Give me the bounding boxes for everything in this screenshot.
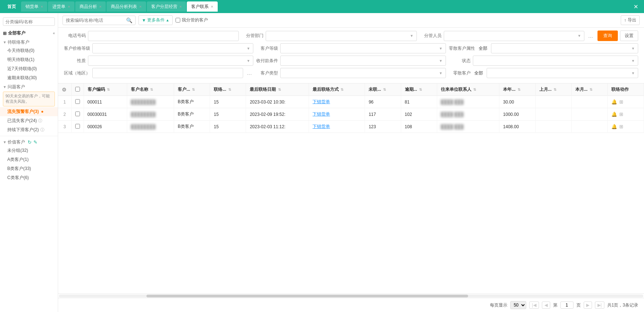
sort-code-icon[interactable]: ⇅: [107, 88, 110, 92]
sidebar-search-input[interactable]: [5, 19, 60, 24]
query-button[interactable]: 查询: [597, 31, 618, 41]
sort-name-icon[interactable]: ⇅: [150, 88, 153, 92]
sort-overdue-icon[interactable]: ⇅: [419, 88, 422, 92]
tab-customer-contact[interactable]: 客户联系 ×: [187, 1, 217, 12]
last-page-button[interactable]: ▶|: [595, 301, 604, 309]
sidebar-group-problem[interactable]: ▼ 问题客户: [0, 82, 58, 91]
filter-search-input[interactable]: [66, 18, 124, 23]
filter-search-button[interactable]: 🔍: [126, 17, 132, 23]
close-product-list-tab[interactable]: ×: [139, 4, 141, 9]
sort-curr-month-icon[interactable]: ⇅: [589, 88, 592, 92]
prev-page-button[interactable]: ◀: [542, 301, 550, 309]
row-checkbox-cell[interactable]: [71, 121, 84, 133]
close-customer-tier-tab[interactable]: ×: [180, 4, 182, 9]
close-customer-contact-tab[interactable]: ×: [211, 4, 213, 9]
filter-customer-type-select[interactable]: ▼: [280, 68, 446, 78]
row-last-date: 2023-03-02 10:30:: [246, 96, 309, 108]
sort-type-icon[interactable]: ⇅: [192, 88, 195, 92]
sort-year-icon[interactable]: ⇅: [518, 88, 520, 92]
refresh-icon[interactable]: ↻: [28, 139, 32, 145]
sidebar-item-ungrouped[interactable]: 未分组(32): [0, 146, 58, 155]
checkbox-col-header[interactable]: [71, 84, 84, 96]
next-page-button[interactable]: ▶: [584, 301, 592, 309]
row-checkbox[interactable]: [75, 99, 80, 104]
filter-zero-attr-select[interactable]: ▼: [491, 43, 638, 53]
filter-customer-level-select[interactable]: ▼: [280, 43, 446, 53]
row-checkbox-cell[interactable]: [71, 96, 84, 108]
horizontal-scrollbar[interactable]: [59, 295, 643, 297]
filter-phone-input[interactable]: [88, 31, 239, 41]
filter-dept-select[interactable]: ▼: [266, 31, 416, 41]
export-button[interactable]: ↑ 导出: [621, 15, 640, 25]
sidebar-group-pending[interactable]: ▼ 待联络客户: [0, 38, 58, 46]
sidebar-group-value[interactable]: ▼ 价值客户 ↻ ✎: [0, 138, 58, 146]
sort-no-contact-icon[interactable]: ⇅: [383, 88, 386, 92]
sidebar-search-box[interactable]: 🔍: [3, 17, 55, 26]
more-conditions-button[interactable]: ▼ 更多条件 ▲: [138, 15, 173, 25]
sidebar-item-declining[interactable]: 持续下滑客户(2) ⓘ: [0, 125, 58, 134]
filter-nature-select[interactable]: ▼: [88, 56, 253, 66]
filter-search-box[interactable]: 🔍: [63, 16, 136, 25]
sidebar-item-class-b[interactable]: B类客户(33): [0, 164, 58, 173]
sidebar-all-customers[interactable]: ⊞ 全部客户 «: [0, 29, 58, 38]
sidebar-item-class-c[interactable]: C类客户(6): [0, 173, 58, 182]
filter-person-select[interactable]: ▼: [444, 31, 584, 41]
horizontal-scrollbar-thumb[interactable]: [146, 295, 468, 297]
row-last-method[interactable]: 下销货单: [309, 96, 365, 108]
sidebar-collapse-icon[interactable]: «: [53, 31, 55, 35]
sidebar-item-churned[interactable]: 已流失客户(24) ⓘ: [0, 116, 58, 125]
action-contact-icon[interactable]: 🔔: [611, 99, 617, 105]
sidebar-item-overdue[interactable]: 逾期未联络(30): [0, 73, 58, 82]
select-all-checkbox[interactable]: [75, 87, 80, 92]
sort-last-date-icon[interactable]: ⇅: [278, 88, 281, 92]
page-number-input[interactable]: [560, 301, 573, 309]
row-number: 1: [58, 96, 71, 108]
per-page-select[interactable]: 50: [510, 301, 526, 309]
edit-icon[interactable]: ✎: [33, 139, 37, 145]
row-last-method[interactable]: 下销货单: [309, 108, 365, 121]
sort-unit-contact-icon[interactable]: ⇅: [473, 88, 476, 92]
window-close-button[interactable]: ✕: [631, 3, 641, 10]
filter-status-select[interactable]: ▼: [473, 56, 638, 66]
tab-sales[interactable]: 销货单 ×: [21, 1, 47, 12]
row-checkbox-cell[interactable]: [71, 108, 84, 121]
sort-last-month-icon[interactable]: ⇅: [554, 88, 556, 92]
filter-region-select[interactable]: [92, 68, 243, 78]
filter-zero-customer-select[interactable]: ▼: [487, 68, 638, 78]
sort-contact-icon[interactable]: ⇅: [228, 88, 231, 92]
tab-home[interactable]: 首页: [3, 4, 20, 10]
sidebar-item-class-a[interactable]: A类客户(1): [0, 155, 58, 164]
tab-product-analysis[interactable]: 商品分析 ×: [75, 1, 106, 12]
horizontal-scrollbar-area[interactable]: [58, 293, 644, 298]
sidebar-item-7days[interactable]: 近7天待联络(0): [0, 64, 58, 73]
my-customers-checkbox-area[interactable]: 我分管的客户: [176, 17, 208, 23]
row-checkbox[interactable]: [75, 112, 80, 116]
my-customers-checkbox[interactable]: [176, 18, 180, 23]
filter-payment-select[interactable]: ▼: [280, 56, 446, 66]
row-last-method[interactable]: 下销货单: [309, 121, 365, 133]
action-more-icon[interactable]: ⊞: [619, 99, 623, 105]
region-more-button[interactable]: …: [245, 70, 253, 76]
settings-button[interactable]: 设置: [620, 31, 638, 41]
sort-last-method-icon[interactable]: ⇅: [341, 88, 343, 92]
action-contact-icon[interactable]: 🔔: [611, 112, 617, 117]
action-contact-icon[interactable]: 🔔: [611, 124, 617, 129]
sidebar-item-today[interactable]: 今天待联络(0): [0, 46, 58, 55]
person-more-button[interactable]: …: [587, 33, 595, 39]
tab-product-list[interactable]: 商品分析列表 ×: [106, 1, 146, 12]
close-purchase-tab[interactable]: ×: [68, 4, 70, 9]
settings-col-header[interactable]: ⚙: [58, 84, 71, 96]
tab-purchase[interactable]: 进货单 ×: [48, 1, 74, 12]
sidebar-item-churn-warning[interactable]: 流失预警客户(3) ●: [0, 107, 58, 116]
row-checkbox[interactable]: [75, 124, 80, 129]
action-more-icon[interactable]: ⊞: [619, 112, 623, 117]
sidebar-item-tomorrow[interactable]: 明天待联络(1): [0, 55, 58, 64]
close-product-analysis-tab[interactable]: ×: [99, 4, 101, 9]
row-code: 000026: [84, 121, 127, 133]
action-more-icon[interactable]: ⊞: [619, 124, 623, 129]
filter-price-level-select[interactable]: ▼: [92, 43, 253, 53]
settings-icon[interactable]: ⚙: [62, 87, 67, 93]
close-sales-tab[interactable]: ×: [41, 4, 43, 9]
tab-customer-tier[interactable]: 客户分层经营 ×: [147, 1, 186, 12]
first-page-button[interactable]: |◀: [529, 301, 539, 309]
